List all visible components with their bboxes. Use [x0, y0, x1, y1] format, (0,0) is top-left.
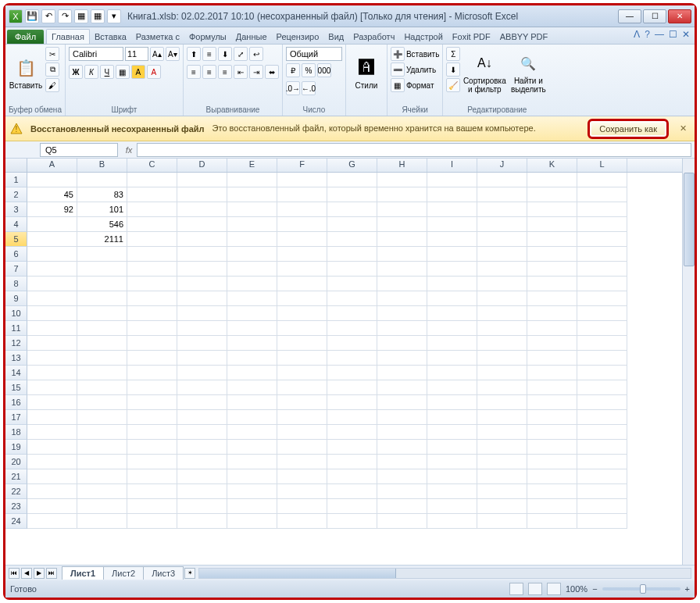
cell-G14[interactable]	[327, 366, 377, 380]
cell-G16[interactable]	[327, 395, 377, 410]
cell-H12[interactable]	[377, 336, 427, 351]
cell-H8[interactable]	[377, 277, 427, 291]
cell-C13[interactable]	[127, 351, 177, 366]
tab-home[interactable]: Главная	[46, 29, 90, 44]
cell-F5[interactable]	[277, 232, 327, 247]
cell-C19[interactable]	[127, 440, 177, 455]
qat-dropdown-icon[interactable]: ▾	[107, 9, 121, 23]
cell-E24[interactable]	[227, 514, 277, 529]
sheet-nav-last[interactable]: ⏭	[46, 568, 57, 579]
row-header-14[interactable]: 14	[5, 366, 27, 380]
zoom-slider[interactable]	[602, 587, 680, 591]
cell-J4[interactable]	[477, 217, 527, 232]
close-message-icon[interactable]: ✕	[677, 123, 690, 134]
tab-foxit[interactable]: Foxit PDF	[448, 30, 495, 44]
cell-B17[interactable]	[77, 410, 127, 425]
cell-A19[interactable]	[27, 440, 77, 455]
cell-K17[interactable]	[527, 410, 577, 425]
cell-K8[interactable]	[527, 277, 577, 291]
tab-view[interactable]: Вид	[323, 30, 348, 44]
cell-D3[interactable]	[177, 202, 227, 217]
cell-I15[interactable]	[427, 380, 477, 395]
name-box[interactable]: Q5	[40, 143, 118, 157]
cell-D4[interactable]	[177, 217, 227, 232]
cell-L8[interactable]	[577, 277, 627, 291]
cell-G15[interactable]	[327, 380, 377, 395]
cell-I22[interactable]	[427, 484, 477, 499]
row-header-24[interactable]: 24	[5, 514, 27, 529]
cell-F2[interactable]	[277, 187, 327, 202]
fontcolor-icon[interactable]: A	[147, 65, 161, 79]
cell-D15[interactable]	[177, 380, 227, 395]
view-normal-icon[interactable]	[509, 583, 523, 595]
cell-B6[interactable]	[77, 247, 127, 262]
cell-K15[interactable]	[527, 380, 577, 395]
cell-E10[interactable]	[227, 306, 277, 321]
cell-K24[interactable]	[527, 514, 577, 529]
cell-B8[interactable]	[77, 277, 127, 291]
minimize-button[interactable]: —	[618, 9, 641, 23]
cell-A12[interactable]	[27, 336, 77, 351]
cell-A18[interactable]	[27, 425, 77, 440]
cell-I17[interactable]	[427, 410, 477, 425]
cell-J21[interactable]	[477, 469, 527, 484]
cell-E18[interactable]	[227, 425, 277, 440]
cell-B23[interactable]	[77, 499, 127, 514]
cell-A15[interactable]	[27, 380, 77, 395]
row-header-3[interactable]: 3	[5, 202, 27, 217]
cell-J14[interactable]	[477, 366, 527, 380]
cell-F18[interactable]	[277, 425, 327, 440]
cell-L19[interactable]	[577, 440, 627, 455]
save-icon[interactable]: 💾	[25, 9, 39, 23]
merge-icon[interactable]: ⬌	[265, 65, 279, 79]
cell-A5[interactable]	[27, 232, 77, 247]
cell-H1[interactable]	[377, 173, 427, 187]
tab-review[interactable]: Рецензиро	[272, 30, 324, 44]
row-header-19[interactable]: 19	[5, 440, 27, 455]
cell-J24[interactable]	[477, 514, 527, 529]
row-header-7[interactable]: 7	[5, 262, 27, 277]
cell-D2[interactable]	[177, 187, 227, 202]
cell-C8[interactable]	[127, 277, 177, 291]
cell-J9[interactable]	[477, 291, 527, 306]
cell-I20[interactable]	[427, 455, 477, 469]
cell-D24[interactable]	[177, 514, 227, 529]
cell-E2[interactable]	[227, 187, 277, 202]
cell-H9[interactable]	[377, 291, 427, 306]
cell-H14[interactable]	[377, 366, 427, 380]
cell-E7[interactable]	[227, 262, 277, 277]
align-bottom-icon[interactable]: ⬇	[218, 47, 232, 61]
sheet-tab-2[interactable]: Лист2	[103, 566, 144, 580]
align-right-icon[interactable]: ≡	[218, 65, 232, 79]
cell-B4[interactable]: 546	[77, 217, 127, 232]
cell-J19[interactable]	[477, 440, 527, 455]
cell-K13[interactable]	[527, 351, 577, 366]
save-as-button[interactable]: Сохранить как	[588, 119, 669, 139]
cell-I4[interactable]	[427, 217, 477, 232]
bold-icon[interactable]: Ж	[69, 65, 83, 79]
tab-insert[interactable]: Вставка	[90, 30, 131, 44]
cell-C11[interactable]	[127, 321, 177, 336]
cell-A10[interactable]	[27, 306, 77, 321]
cell-B21[interactable]	[77, 469, 127, 484]
row-header-1[interactable]: 1	[5, 173, 27, 187]
cell-G11[interactable]	[327, 321, 377, 336]
cell-G10[interactable]	[327, 306, 377, 321]
paste-button[interactable]: 📋 Вставить	[9, 47, 43, 98]
cell-J6[interactable]	[477, 247, 527, 262]
cell-A9[interactable]	[27, 291, 77, 306]
cell-G18[interactable]	[327, 425, 377, 440]
cell-I13[interactable]	[427, 351, 477, 366]
cell-H24[interactable]	[377, 514, 427, 529]
cell-K19[interactable]	[527, 440, 577, 455]
cell-D18[interactable]	[177, 425, 227, 440]
workbook-restore-icon[interactable]: ☐	[669, 29, 677, 40]
styles-button[interactable]: 🅰 Стили	[349, 47, 384, 98]
autosum-icon[interactable]: Σ	[446, 47, 460, 61]
fill-icon[interactable]: ⬇	[446, 62, 460, 77]
cell-E19[interactable]	[227, 440, 277, 455]
cell-K14[interactable]	[527, 366, 577, 380]
cell-C17[interactable]	[127, 410, 177, 425]
cell-A7[interactable]	[27, 262, 77, 277]
help-icon[interactable]: ?	[645, 29, 650, 40]
